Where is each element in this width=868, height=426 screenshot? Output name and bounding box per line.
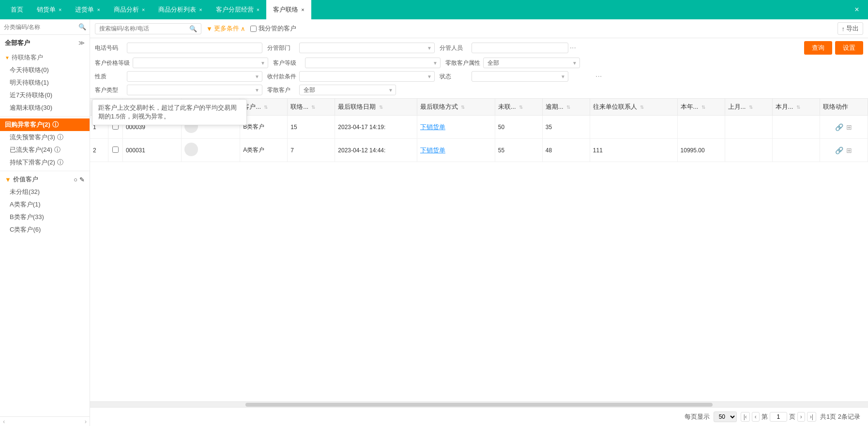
- data-table-container: ⚙ 客户编码 ⇅ 客户名称 ⇅: [90, 99, 868, 401]
- row2-grid-icon[interactable]: ⊞: [846, 147, 852, 154]
- horizontal-scrollbar[interactable]: [90, 401, 868, 407]
- sidebar-item-unclassified[interactable]: 未分组(32): [0, 186, 90, 198]
- close-purchase-order-icon[interactable]: ×: [97, 7, 100, 13]
- row1-unit-contact: [590, 116, 677, 139]
- last-page-button[interactable]: ›|: [807, 412, 816, 422]
- nav-home[interactable]: 首页: [4, 0, 30, 19]
- close-customer-contact-icon[interactable]: ×: [301, 7, 304, 13]
- sort-unit-contact-icon[interactable]: ⇅: [640, 104, 644, 110]
- window-close-button[interactable]: ×: [850, 2, 864, 17]
- person-dots[interactable]: ···: [568, 44, 578, 52]
- row2-no-contact: 55: [495, 139, 542, 162]
- pending-contact-label: 待联络客户: [12, 53, 43, 62]
- customer-grade-label: 客户等级: [273, 59, 302, 67]
- filter-row-4: 客户类型 ▼ 零散客户 全部 ▼: [95, 85, 863, 95]
- row1-contact-method-link[interactable]: 下销货单: [420, 123, 445, 131]
- gender-label: 性质: [95, 73, 124, 81]
- sidebar-item-class-b[interactable]: B类客户(33): [0, 211, 90, 223]
- sort-no-contact-icon[interactable]: ⇅: [519, 104, 523, 110]
- nav-purchase-order[interactable]: 进货单 ×: [68, 0, 107, 19]
- sidebar-item-today-pending[interactable]: 今天待联络(0): [0, 64, 90, 76]
- row3-dots-button[interactable]: ···: [594, 72, 604, 81]
- lost-warning-info-icon: ⓘ: [57, 133, 63, 142]
- retail-customer-select[interactable]: 全部: [299, 85, 396, 95]
- sidebar-item-overdue[interactable]: 逾期未联络(30): [0, 102, 90, 114]
- sidebar-divider-1: [0, 116, 90, 117]
- row1-grid-icon[interactable]: ⊞: [846, 123, 852, 131]
- row1-link-icon[interactable]: 🔗: [835, 123, 843, 131]
- sidebar-item-already-lost[interactable]: 已流失客户(24) ⓘ: [0, 144, 90, 156]
- sidebar-item-class-c[interactable]: C类客户(6): [0, 223, 90, 236]
- sort-overdue-icon[interactable]: ⇅: [566, 104, 570, 110]
- sort-year-amount-icon[interactable]: ⇅: [701, 104, 705, 110]
- price-grade-select[interactable]: [133, 58, 268, 68]
- sort-method-icon[interactable]: ⇅: [461, 104, 465, 110]
- category-search-icon[interactable]: 🔍: [78, 23, 86, 30]
- close-sales-order-icon[interactable]: ×: [59, 7, 61, 13]
- more-conditions-button[interactable]: ▼ 更多条件 ∧: [206, 24, 245, 33]
- status-select[interactable]: [472, 71, 568, 82]
- filter-actions: 查询 设置: [804, 41, 863, 55]
- value-customers-label: 价值客户: [13, 175, 38, 184]
- sidebar-item-repeat-abnormal[interactable]: 回购异常客户(2) ⓘ: [0, 118, 90, 131]
- payment-field: 收付款条件 ▼: [267, 71, 435, 82]
- export-button[interactable]: ↑ 导出: [838, 22, 864, 35]
- dept-select[interactable]: [299, 43, 435, 53]
- sidebar-item-tomorrow-pending[interactable]: 明天待联络(1): [0, 76, 90, 89]
- scroll-thumb[interactable]: [245, 403, 712, 407]
- close-customer-tier-icon[interactable]: ×: [257, 7, 259, 13]
- sort-date-icon[interactable]: ⇅: [379, 104, 383, 110]
- nav-customer-contact[interactable]: 客户联络 ×: [266, 0, 311, 19]
- person-select[interactable]: [472, 43, 568, 53]
- sort-last-month-icon[interactable]: ⇅: [749, 104, 753, 110]
- sort-this-month-icon[interactable]: ⇅: [796, 104, 800, 110]
- phone-select[interactable]: [127, 43, 262, 53]
- sidebar-item-class-a[interactable]: A类客户(1): [0, 198, 90, 211]
- settings-button[interactable]: 设置: [835, 41, 863, 55]
- main-search-input[interactable]: [99, 25, 186, 32]
- pending-contact-triangle-icon: ▼: [5, 55, 10, 60]
- nav-sales-order[interactable]: 销货单 ×: [30, 0, 68, 19]
- row2-checkbox[interactable]: [112, 147, 119, 153]
- main-search-icon[interactable]: 🔍: [189, 25, 197, 32]
- page-number-input[interactable]: [770, 412, 787, 422]
- retail-attr-select[interactable]: 全部: [483, 58, 580, 68]
- value-customers-edit-icon[interactable]: ✎: [79, 176, 85, 183]
- category-search-input[interactable]: [4, 24, 76, 30]
- th-last-contact-method: 最后联络方式 ⇅: [417, 99, 495, 116]
- payment-select[interactable]: [299, 71, 435, 82]
- value-customers-circle-icon[interactable]: ○: [74, 176, 77, 183]
- query-button[interactable]: 查询: [804, 41, 832, 55]
- sidebar-collapse-icon[interactable]: ≫: [78, 40, 85, 46]
- next-page-button[interactable]: ›: [797, 412, 805, 422]
- per-page-select[interactable]: 50: [714, 411, 737, 422]
- first-page-button[interactable]: |‹: [741, 412, 750, 422]
- table-row: 2 000031 A类客户 7 2023-04-12 14:44: 下销货单: [90, 139, 868, 162]
- tooltip-text: 距客户上次交易时长，超过了此客户的平均交易周期的1.5倍，则视为异常。: [98, 104, 237, 120]
- already-lost-info-icon: ⓘ: [54, 146, 61, 154]
- row2-contact-method-link[interactable]: 下销货单: [420, 147, 445, 154]
- close-product-analysis-list-icon[interactable]: ×: [199, 7, 202, 13]
- main-layout: 🔍 全部客户 ≫ ▼ 待联络客户 今天待联络(0) 明天待联络(1) 近7天待联…: [0, 19, 868, 426]
- nav-product-analysis[interactable]: 商品分析 ×: [107, 0, 152, 19]
- customer-grade-select[interactable]: [305, 58, 441, 68]
- retail-customer-label: 零散客户: [267, 86, 296, 94]
- filter-row-3: 性质 ▼ 收付款条件 ▼: [95, 71, 863, 82]
- sidebar-item-continuous-down[interactable]: 持续下滑客户(2) ⓘ: [0, 156, 90, 169]
- my-customers-checkbox[interactable]: [250, 26, 257, 32]
- gender-select[interactable]: [127, 71, 262, 82]
- sidebar-item-lost-warning[interactable]: 流失预警客户(3) ⓘ: [0, 131, 90, 144]
- close-product-analysis-icon[interactable]: ×: [142, 7, 145, 13]
- prev-page-button[interactable]: ‹: [752, 412, 760, 422]
- main-search-wrapper: 🔍: [95, 23, 201, 34]
- sidebar-item-7day-pending[interactable]: 近7天待联络(0): [0, 89, 90, 102]
- sort-type-icon[interactable]: ⇅: [264, 104, 268, 110]
- nav-customer-tier[interactable]: 客户分层经营 ×: [209, 0, 266, 19]
- row2-link-icon[interactable]: 🔗: [835, 147, 843, 154]
- row2-contact-count: 7: [288, 139, 335, 162]
- sidebar-scroll-left-icon[interactable]: ‹: [3, 418, 5, 425]
- customer-type-select[interactable]: [127, 85, 262, 95]
- sort-contact-icon[interactable]: ⇅: [311, 104, 315, 110]
- nav-product-analysis-list[interactable]: 商品分析列表 ×: [152, 0, 209, 19]
- sidebar-scroll-right-icon[interactable]: ›: [85, 418, 87, 425]
